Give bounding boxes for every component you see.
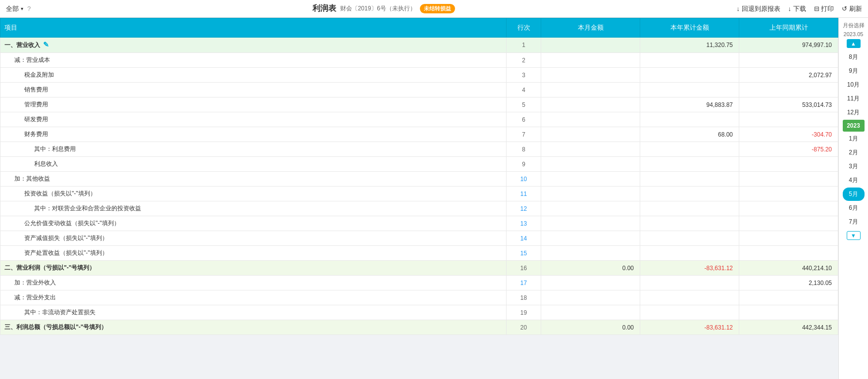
month-item[interactable]: 6月 xyxy=(843,201,865,215)
month-item[interactable]: 12月 xyxy=(843,106,865,119)
table-cell-rownum: 16 xyxy=(507,261,541,276)
table-cell-rownum[interactable]: 13 xyxy=(507,216,541,231)
table-cell-rownum[interactable]: 12 xyxy=(507,201,541,216)
table-cell-item: 加：营业外收入 xyxy=(0,276,507,290)
table-cell-ytd xyxy=(640,216,739,231)
table-cell-ytd: 11,320.75 xyxy=(640,38,739,53)
month-sidebar-year: 2023.05 xyxy=(844,31,864,37)
table-row: 三、利润总额（亏损总额以"-"号填列）200.00-83,631.12442,3… xyxy=(0,320,838,335)
refresh-button[interactable]: ↺ 刷新 xyxy=(842,4,862,13)
scroll-down-button[interactable]: ▼ xyxy=(847,231,861,240)
table-cell-current-month xyxy=(541,276,640,290)
help-icon[interactable]: ? xyxy=(27,5,31,12)
table-row: 研发费用6 xyxy=(0,112,838,127)
table-cell-current-month xyxy=(541,172,640,187)
table-cell-ytd: -83,631.12 xyxy=(640,320,739,335)
table-cell-ytd xyxy=(640,112,739,127)
table-cell-current-month xyxy=(541,142,640,157)
table-cell-current-month xyxy=(541,305,640,320)
table-cell-rownum[interactable]: 14 xyxy=(507,231,541,246)
table-cell-rownum[interactable]: 11 xyxy=(507,187,541,201)
table-row: 资产处置收益（损失以"-"填列）15 xyxy=(0,246,838,261)
edit-icon[interactable]: ✎ xyxy=(43,41,49,48)
table-cell-rownum: 5 xyxy=(507,97,541,112)
table-cell-ytd xyxy=(640,68,739,83)
table-row: 投资收益（损失以"-"填列）11 xyxy=(0,187,838,201)
table-cell-rownum: 19 xyxy=(507,305,541,320)
table-cell-current-month xyxy=(541,112,640,127)
table-cell-prior-year xyxy=(739,53,838,68)
month-item[interactable]: 1月 xyxy=(843,132,865,145)
table-row: 一、营业收入✎111,320.75974,997.10 xyxy=(0,38,838,53)
table-cell-item: 公允价值变动收益（损失以"-"填列） xyxy=(0,216,507,231)
table-cell-ytd xyxy=(640,231,739,246)
download-button[interactable]: ↓ 下载 xyxy=(788,4,806,13)
table-cell-ytd xyxy=(640,246,739,261)
col-header-ytd: 本年累计金额 xyxy=(640,18,739,38)
table-cell-prior-year xyxy=(739,231,838,246)
table-cell-prior-year: 2,130.05 xyxy=(739,276,838,290)
month-item[interactable]: 7月 xyxy=(843,215,865,229)
month-item[interactable]: 2023 xyxy=(843,120,865,132)
dropdown-chevron-icon: ▾ xyxy=(21,6,23,11)
col-header-item: 项目 xyxy=(0,18,507,38)
table-cell-item: 财务费用 xyxy=(0,127,507,142)
table-cell-prior-year xyxy=(739,305,838,320)
table-cell-item: 投资收益（损失以"-"填列） xyxy=(0,187,507,201)
back-button[interactable]: ↓ 回退到原报表 xyxy=(736,4,780,13)
table-cell-item: 销售费用 xyxy=(0,83,507,97)
table-row: 销售费用4 xyxy=(0,83,838,97)
table-cell-rownum: 7 xyxy=(507,127,541,142)
table-cell-ytd xyxy=(640,53,739,68)
table-row: 二、营业利润（亏损以"-"号填列）160.00-83,631.12440,214… xyxy=(0,261,838,276)
scroll-up-button[interactable]: ▲ xyxy=(847,39,861,48)
table-cell-item: 三、利润总额（亏损总额以"-"号填列） xyxy=(0,320,507,335)
table-cell-prior-year: 440,214.10 xyxy=(739,261,838,276)
month-item[interactable]: 4月 xyxy=(843,174,865,187)
month-item[interactable]: 8月 xyxy=(843,50,865,64)
month-list: 8月9月10月11月12月20231月2月3月4月5月6月7月 xyxy=(843,50,865,229)
table-cell-current-month xyxy=(541,216,640,231)
table-cell-rownum: 1 xyxy=(507,38,541,53)
table-cell-item: 资产减值损失（损失以"-"填列） xyxy=(0,231,507,246)
table-cell-rownum[interactable]: 17 xyxy=(507,276,541,290)
table-row: 减：营业成本2 xyxy=(0,53,838,68)
all-dropdown[interactable]: 全部 ▾ xyxy=(6,4,23,13)
month-item[interactable]: 3月 xyxy=(843,160,865,173)
table-row: 其中：利息费用8-875.20 xyxy=(0,142,838,157)
table-row: 其中：非流动资产处置损失19 xyxy=(0,305,838,320)
table-cell-rownum: 8 xyxy=(507,142,541,157)
table-row: 资产减值损失（损失以"-"填列）14 xyxy=(0,231,838,246)
table-cell-item: 二、营业利润（亏损以"-"号填列） xyxy=(0,261,507,276)
table-cell-rownum: 3 xyxy=(507,68,541,83)
table-row: 管理费用594,883.87533,014.73 xyxy=(0,97,838,112)
print-button[interactable]: ⊟ 打印 xyxy=(814,4,834,13)
table-cell-ytd xyxy=(640,142,739,157)
profit-table: 项目 行次 本月金额 本年累计金额 上年同期累计 一、营业收入✎111,320.… xyxy=(0,18,838,335)
month-item[interactable]: 5月 xyxy=(843,188,865,201)
table-cell-prior-year: 974,997.10 xyxy=(739,38,838,53)
table-cell-rownum[interactable]: 15 xyxy=(507,246,541,261)
table-cell-current-month xyxy=(541,201,640,216)
table-cell-item: 加：其他收益 xyxy=(0,172,507,187)
nav-arrows: ▲ xyxy=(847,39,861,48)
table-cell-ytd xyxy=(640,201,739,216)
table-cell-prior-year: -304.70 xyxy=(739,127,838,142)
month-item[interactable]: 2月 xyxy=(843,146,865,159)
table-cell-item: 其中：对联营企业和合营企业的投资收益 xyxy=(0,201,507,216)
table-cell-item: 其中：非流动资产处置损失 xyxy=(0,305,507,320)
table-cell-ytd xyxy=(640,172,739,187)
table-cell-current-month xyxy=(541,53,640,68)
month-item[interactable]: 10月 xyxy=(843,78,865,92)
month-item[interactable]: 11月 xyxy=(843,92,865,105)
table-cell-current-month xyxy=(541,38,640,53)
page-title: 利润表 xyxy=(312,3,336,14)
badge-status[interactable]: 未结转损益 xyxy=(420,4,455,13)
table-cell-rownum: 6 xyxy=(507,112,541,127)
table-cell-rownum[interactable]: 10 xyxy=(507,172,541,187)
col-header-current-month: 本月金额 xyxy=(541,18,640,38)
table-cell-prior-year: 442,344.15 xyxy=(739,320,838,335)
table-cell-prior-year xyxy=(739,157,838,172)
table-cell-prior-year xyxy=(739,290,838,305)
month-item[interactable]: 9月 xyxy=(843,64,865,78)
